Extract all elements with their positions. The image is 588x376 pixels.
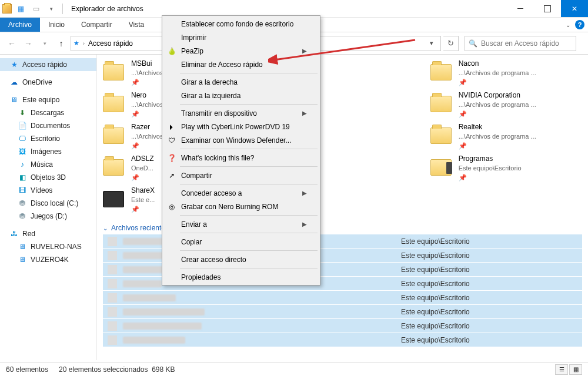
file-icon <box>108 293 117 303</box>
sidebar-thispc[interactable]: 🖥Este equipo <box>0 93 96 106</box>
breadcrumb[interactable]: Acceso rápido <box>88 39 133 48</box>
details-view-button[interactable]: ☰ <box>555 364 568 375</box>
folder-item[interactable]: Programas Este equipo\Escritorio 📌 <box>430 155 582 184</box>
status-selected: 20 elementos seleccionados 698 KB <box>59 365 175 374</box>
qat-dropdown-icon[interactable]: ▾ <box>45 2 58 15</box>
folder-icon <box>430 91 454 112</box>
menu-separator <box>180 166 318 167</box>
folder-item[interactable]: NVIDIA Corporation ...\Archivos de progr… <box>430 91 582 120</box>
view-mode-buttons: ☰ ▦ <box>555 364 582 375</box>
qat-properties-icon[interactable]: ▦ <box>14 2 27 15</box>
context-menu-item[interactable]: Girar a la derecha <box>163 75 319 89</box>
context-menu: Establecer como fondo de escritorioImpri… <box>162 15 320 286</box>
ribbon-collapse-icon[interactable]: ⌄ <box>566 22 570 28</box>
computer-icon: 🖥 <box>18 255 27 264</box>
disk-icon: ⛃ <box>18 199 27 208</box>
sidebar-quick-access[interactable]: ★Acceso rápido <box>0 58 96 71</box>
file-tab[interactable]: Archivo <box>0 18 40 32</box>
icons-view-button[interactable]: ▦ <box>569 364 582 375</box>
maximize-button[interactable] <box>534 0 561 17</box>
sidebar-onedrive[interactable]: ☁OneDrive <box>0 76 96 89</box>
music-icon: ♪ <box>18 160 27 169</box>
context-menu-item[interactable]: ⏵Play with CyberLink PowerDVD 19 <box>163 120 319 133</box>
menu-separator <box>180 268 318 268</box>
folder-name: Programas <box>459 155 522 164</box>
close-button[interactable] <box>561 0 588 17</box>
sidebar-network[interactable]: 🖧Red <box>0 227 96 240</box>
context-menu-item[interactable]: Crear acceso directo <box>163 253 319 266</box>
menu-item-label: Eliminar de Acceso rápido <box>181 61 263 69</box>
sidebar-item-objetos3d[interactable]: ◧Objetos 3D <box>0 171 96 184</box>
sidebar-item-musica[interactable]: ♪Música <box>0 158 96 171</box>
context-menu-item[interactable]: Enviar a▶ <box>163 217 319 231</box>
recent-file-row[interactable]: Este equipo\Escritorio <box>103 319 582 333</box>
sidebar-item-juegos-d[interactable]: ⛃Juegos (D:) <box>0 210 96 223</box>
menu-item-label: Transmitir en dispositivo <box>181 109 257 118</box>
pc-icon: 🖥 <box>9 95 19 105</box>
sidebar-item-escritorio[interactable]: 🖵Escritorio <box>0 132 96 145</box>
help-icon[interactable]: ? <box>575 20 584 29</box>
menu-separator <box>180 149 318 149</box>
folder-icon <box>103 91 126 112</box>
folder-icon <box>430 155 454 176</box>
recent-locations-icon[interactable]: ▾ <box>38 36 52 51</box>
folder-path: ...\Archivos de programa ... <box>459 100 536 109</box>
context-menu-item[interactable]: Imprimir <box>163 31 319 44</box>
sidebar-net-vuzero[interactable]: 🖥VUZERO4K <box>0 253 96 266</box>
forward-button[interactable]: → <box>21 36 35 51</box>
menu-item-label: Play with CyberLink PowerDVD 19 <box>181 123 290 131</box>
quick-access-icon: ★ <box>74 39 79 47</box>
context-menu-item[interactable]: 🍐PeaZip▶ <box>163 44 319 58</box>
folder-icon <box>430 123 454 144</box>
window-title: Explorador de archivos <box>68 5 507 13</box>
tab-compartir[interactable]: Compartir <box>73 18 121 32</box>
breadcrumb-chevron-icon[interactable]: › <box>83 41 85 46</box>
context-menu-item[interactable]: Eliminar de Acceso rápido <box>163 58 319 71</box>
sidebar-item-videos[interactable]: 🎞Vídeos <box>0 184 96 197</box>
menu-item-label: PeaZip <box>181 47 203 55</box>
dvd-icon: ⏵ <box>167 122 176 132</box>
context-menu-item[interactable]: Girar a la izquierda <box>163 89 319 102</box>
sidebar-item-documentos[interactable]: 📄Documentos <box>0 119 96 132</box>
context-menu-item[interactable]: ↗Compartir <box>163 169 319 182</box>
context-menu-item[interactable]: ❓What's locking this file? <box>163 151 319 164</box>
back-button[interactable]: ← <box>5 36 19 51</box>
recent-file-row[interactable]: Este equipo\Escritorio <box>103 291 582 305</box>
recent-file-row[interactable]: Este equipo\Escritorio <box>103 333 582 347</box>
folder-item[interactable]: Realtek ...\Archivos de programa ... 📌 <box>430 123 582 152</box>
search-box[interactable]: 🔍 Buscar en Acceso rápido <box>465 36 576 51</box>
menu-item-label: Compartir <box>181 172 212 180</box>
context-menu-item[interactable]: Propiedades <box>163 270 319 284</box>
document-icon: 📄 <box>18 121 27 130</box>
folder-item[interactable]: Nacon ...\Archivos de programa ... 📌 <box>430 59 582 89</box>
sidebar-item-disco-c[interactable]: ⛃Disco local (C:) <box>0 197 96 210</box>
context-menu-item[interactable]: Establecer como fondo de escritorio <box>163 17 319 31</box>
sidebar-item-imagenes[interactable]: 🖼Imágenes <box>0 145 96 158</box>
qat-new-folder-icon[interactable]: ▭ <box>29 2 42 15</box>
context-menu-item[interactable]: ◎Grabar con Nero Burning ROM <box>163 200 319 213</box>
folder-name: NVIDIA Corporation <box>459 91 536 100</box>
up-button[interactable]: ↑ <box>54 36 68 51</box>
menu-item-label: Examinar con Windows Defender... <box>181 136 291 145</box>
recent-file-row[interactable]: Este equipo\Escritorio <box>103 305 582 319</box>
minimize-button[interactable] <box>507 0 534 17</box>
pin-icon: 📌 <box>459 110 536 118</box>
folder-name: ADSLZ <box>131 155 154 164</box>
file-icon <box>108 237 117 246</box>
sidebar-net-ruvelro[interactable]: 🖥RUVELRO-NAS <box>0 240 96 253</box>
nero-icon: ◎ <box>167 202 176 212</box>
address-dropdown-icon[interactable]: ▾ <box>425 37 438 50</box>
refresh-button[interactable]: ↻ <box>443 36 459 51</box>
file-path: Este equipo\Escritorio <box>401 294 577 302</box>
tab-vista[interactable]: Vista <box>121 18 152 32</box>
context-menu-item[interactable]: Copiar <box>163 235 319 249</box>
sidebar-item-descargas[interactable]: ⬇Descargas <box>0 106 96 119</box>
videos-icon: 🎞 <box>18 186 27 195</box>
folder-path: OneD... <box>131 164 154 172</box>
menu-item-label: Propiedades <box>181 273 220 281</box>
context-menu-item[interactable]: 🛡Examinar con Windows Defender... <box>163 133 319 147</box>
tab-inicio[interactable]: Inicio <box>40 18 73 32</box>
context-menu-item[interactable]: Conceder acceso a▶ <box>163 186 319 200</box>
context-menu-item[interactable]: Transmitir en dispositivo▶ <box>163 106 319 120</box>
menu-item-label: Grabar con Nero Burning ROM <box>181 203 278 211</box>
